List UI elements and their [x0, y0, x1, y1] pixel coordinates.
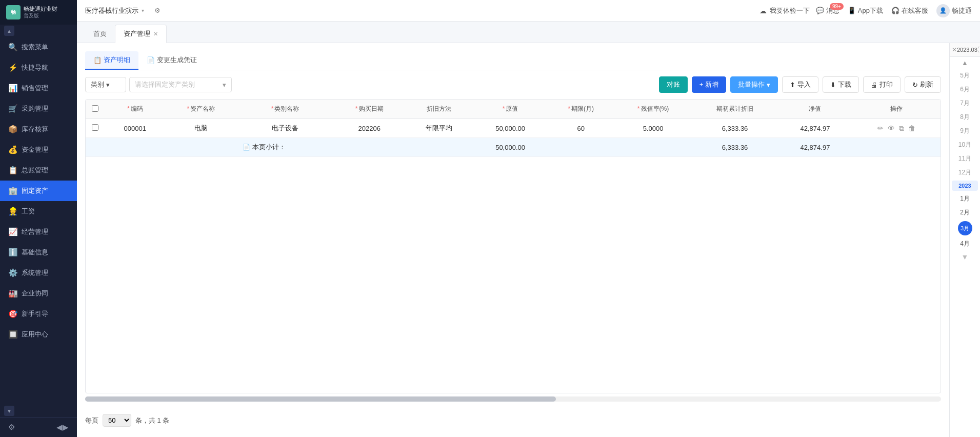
cell-period: 60	[547, 119, 614, 138]
logo-icon: 畅	[6, 5, 21, 19]
search-icon: 🔍	[8, 43, 17, 52]
header-name: *资产名称	[166, 100, 236, 119]
guide-icon: 🎯	[8, 309, 17, 319]
cell-purchase-date: 202206	[334, 119, 405, 138]
timeline-down-arrow[interactable]: ▼	[962, 253, 969, 261]
print-button[interactable]: 🖨 打印	[863, 76, 901, 93]
edit-icon[interactable]: ✏	[877, 124, 884, 132]
right-panel-header: ✕ 2023.03 ⛶	[950, 43, 980, 57]
header-purchase-date: *购买日期	[334, 100, 405, 119]
timeline-month-2[interactable]: 2月	[950, 206, 980, 220]
tab-home[interactable]: 首页	[85, 25, 115, 43]
table-header-row: *编码 *资产名称 *类别名称 *购买日期 折旧方法 *原值 *期限(月) *残…	[86, 100, 941, 119]
view-icon[interactable]: 👁	[888, 124, 895, 132]
horizontal-scrollbar[interactable]	[85, 396, 941, 406]
row-checkbox[interactable]	[92, 124, 98, 131]
header-checkbox[interactable]	[86, 100, 105, 119]
company-selector[interactable]: 医疗器械行业演示 ▾	[85, 6, 144, 15]
cloud-icon: ☁	[759, 7, 767, 15]
chevron-down-icon: ▾	[106, 81, 110, 89]
sidebar-item-basic-info[interactable]: ℹ️ 基础信息	[0, 242, 77, 263]
import-button[interactable]: ⬆ 导入	[782, 76, 818, 93]
subtotal-row: 📄 本页小计： 50,000.00 6,333.36 42,874.97	[86, 138, 941, 157]
timeline-month-3-active[interactable]: 3月	[958, 221, 972, 235]
reconcile-button[interactable]: 对账	[659, 76, 688, 93]
timeline-month-4[interactable]: 4月	[950, 237, 980, 251]
notification-button[interactable]: 💬 消息 99+	[816, 6, 839, 15]
inventory-icon: 📦	[8, 125, 17, 134]
sidebar-item-search[interactable]: 🔍 搜索菜单	[0, 37, 77, 57]
sidebar-item-system[interactable]: ⚙️ 系统管理	[0, 263, 77, 283]
cell-residual-rate: 5.0000	[614, 119, 691, 138]
timeline-month-1[interactable]: 1月	[950, 192, 980, 206]
timeline-month-7[interactable]: 7月	[950, 96, 980, 110]
enterprise-icon: 🏭	[8, 289, 17, 298]
collapse-icon[interactable]: ◀▶	[56, 423, 69, 432]
sidebar-item-quick-nav[interactable]: ⚡ 快捷导航	[0, 57, 77, 78]
timeline-year-2023[interactable]: 2023	[952, 181, 978, 191]
download-button[interactable]: ⬇ 下载	[823, 76, 859, 93]
subtab-asset-detail[interactable]: 📋 资产明细	[85, 51, 138, 70]
tab-asset-management[interactable]: 资产管理 ✕	[115, 25, 167, 43]
sidebar-scroll-up[interactable]: ▲	[4, 26, 14, 36]
action-icons: ✏ 👁 ⧉ 🗑	[858, 124, 934, 133]
sidebar-bottom: ⚙ ◀▶	[0, 417, 77, 437]
app-download-button[interactable]: 📱 App下载	[848, 6, 883, 15]
sidebar-item-funds[interactable]: 💰 资金管理	[0, 140, 77, 160]
sidebar-item-fixed-assets[interactable]: 🏢 固定资产	[0, 181, 77, 201]
refresh-button[interactable]: ↻ 刷新	[905, 76, 941, 93]
timeline-down-container: ▼	[950, 251, 980, 263]
sidebar-item-ledger[interactable]: 📋 总账管理	[0, 160, 77, 181]
subtabs: 📋 资产明细 📄 变更生成凭证	[85, 51, 941, 70]
sidebar-scroll-down[interactable]: ▼	[4, 406, 14, 416]
sidebar-item-salary[interactable]: 👷 工资	[0, 201, 77, 222]
subtotal-net-value: 42,874.97	[778, 138, 852, 157]
subtotal-empty-5	[405, 138, 473, 157]
expand-icon[interactable]: ⛶	[977, 46, 980, 53]
download-icon: 📱	[848, 7, 856, 14]
sidebar-item-guide[interactable]: 🎯 新手引导	[0, 304, 77, 324]
sidebar-item-enterprise[interactable]: 🏭 企业协同	[0, 283, 77, 304]
timeline-month-5[interactable]: 5月	[950, 69, 980, 83]
settings-button[interactable]: ⚙	[150, 4, 165, 18]
timeline-up-arrow[interactable]: ▲	[950, 57, 980, 69]
cell-depreciation-method: 年限平均	[405, 119, 473, 138]
per-page-select[interactable]: 10 20 50 100	[103, 414, 131, 427]
timeline-month-12[interactable]: 12月	[950, 166, 980, 180]
basic-info-icon: ℹ️	[8, 248, 17, 257]
timeline-month-8[interactable]: 8月	[950, 110, 980, 124]
system-icon: ⚙️	[8, 268, 17, 277]
new-button[interactable]: + 新增	[692, 76, 726, 93]
batch-button[interactable]: 批量操作 ▾	[730, 76, 778, 93]
settings-icon[interactable]: ⚙	[8, 423, 15, 432]
sidebar-item-apps[interactable]: 🔲 应用中心	[0, 324, 77, 345]
sidebar-item-purchase[interactable]: 🛒 采购管理	[0, 98, 77, 119]
content-area: 📋 资产明细 📄 变更生成凭证 类别 ▾	[77, 43, 980, 437]
category-select[interactable]: 类别 ▾	[85, 77, 126, 92]
timeline-month-11[interactable]: 11月	[950, 152, 980, 166]
category-input[interactable]: 请选择固定资产类别 ▾	[129, 77, 232, 92]
delete-icon[interactable]: 🗑	[908, 124, 915, 132]
user-menu[interactable]: 👤 畅捷通	[936, 4, 972, 17]
experience-button[interactable]: ☁ 我要体验一下	[759, 6, 810, 15]
subtotal-empty-8	[852, 138, 941, 157]
voucher-icon: 📄	[147, 56, 155, 64]
header-period: *期限(月)	[547, 100, 614, 119]
timeline-month-10[interactable]: 10月	[950, 138, 980, 152]
category-filter: 类别 ▾ 请选择固定资产类别 ▾	[85, 77, 232, 92]
toolbar-right: 对账 + 新增 批量操作 ▾ ⬆ 导入 ⬇ 下载 🖨	[659, 76, 941, 93]
timeline-month-9[interactable]: 9月	[950, 124, 980, 138]
row-checkbox-cell[interactable]	[86, 119, 105, 138]
select-all-checkbox[interactable]	[92, 105, 98, 112]
header-net-value: 净值	[778, 100, 852, 119]
subtab-voucher[interactable]: 📄 变更生成凭证	[138, 51, 205, 70]
timeline-month-6[interactable]: 6月	[950, 83, 980, 96]
copy-icon[interactable]: ⧉	[899, 124, 904, 133]
sidebar-item-inventory[interactable]: 📦 库存核算	[0, 119, 77, 140]
tab-close-icon[interactable]: ✕	[153, 31, 158, 37]
sidebar-item-sales[interactable]: 📊 销售管理	[0, 78, 77, 98]
right-panel: ✕ 2023.03 ⛶ ▲ 5月 6月 7月 8月 9月 10月 11月 12月…	[949, 43, 980, 437]
sidebar-item-operations[interactable]: 📈 经营管理	[0, 222, 77, 242]
close-icon[interactable]: ✕	[952, 46, 957, 53]
online-service-button[interactable]: 🎧 在线客服	[891, 6, 928, 15]
